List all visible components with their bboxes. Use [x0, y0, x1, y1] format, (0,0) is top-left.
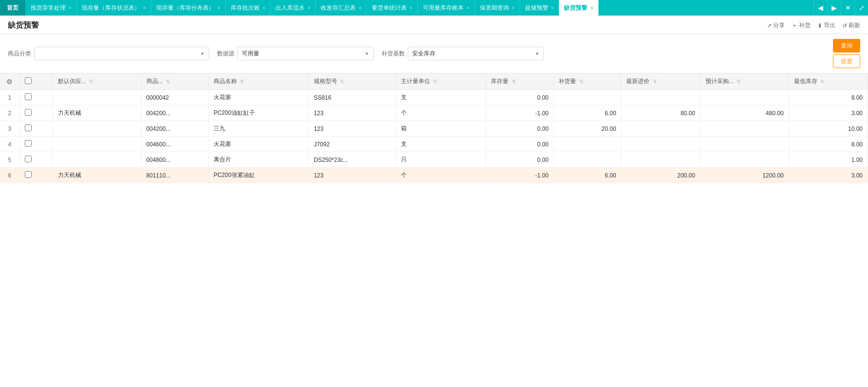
- refresh-icon: ↺: [842, 22, 847, 29]
- tab-close-overstock[interactable]: ×: [551, 5, 554, 11]
- name-sort-icon: ⇅: [240, 79, 244, 84]
- cell-est-purchase: [700, 137, 789, 152]
- replenish-action[interactable]: ＋ 补货: [792, 21, 811, 30]
- row-checkbox-input[interactable]: [25, 109, 32, 116]
- row-checkbox-input[interactable]: [25, 156, 32, 162]
- replenish-base-select[interactable]: 安全库存 ▼: [408, 47, 544, 60]
- nav-next-arrow[interactable]: ▶: [827, 0, 841, 16]
- datasource-select[interactable]: 可用量 ▼: [237, 47, 374, 60]
- export-icon: ⬇: [817, 22, 822, 29]
- cell-latest-price: 80.00: [621, 106, 700, 121]
- row-index: 2: [0, 106, 19, 121]
- row-checkbox[interactable]: [19, 168, 53, 183]
- tab-flow[interactable]: 出入库流水×: [271, 0, 316, 16]
- cell-supplier: [53, 152, 141, 168]
- top-navigation: 首页拣货异常处理×现存量（库存状况表）×现存量（库存分布表）×库存批次账×出入库…: [0, 0, 868, 16]
- col-checkbox[interactable]: [19, 73, 53, 90]
- col-latest-price[interactable]: 最新进价 ⇅: [621, 73, 700, 90]
- tab-shortage[interactable]: 缺货预警×: [559, 0, 598, 16]
- cell-latest-price: [621, 152, 700, 168]
- cell-code: 0000042: [141, 90, 208, 106]
- row-checkbox[interactable]: [19, 137, 53, 152]
- settings-gear-icon[interactable]: ⚙: [6, 78, 13, 86]
- col-code[interactable]: 商品... ⇅: [141, 73, 208, 90]
- row-index: 4: [0, 137, 19, 152]
- tab-close-stale[interactable]: ×: [69, 5, 72, 11]
- share-action[interactable]: ↗ 分享: [767, 21, 785, 30]
- select-all-checkbox[interactable]: [25, 77, 32, 84]
- col-min-stock[interactable]: 最低库存 ⇅: [789, 73, 868, 90]
- col-name[interactable]: 商品名称 ⇅: [208, 73, 308, 90]
- table-row: 10000042火花塞SS816支0.008.00: [0, 90, 868, 106]
- cell-latest-price: [621, 90, 700, 106]
- col-spec[interactable]: 规格型号 ⇅: [308, 73, 396, 90]
- cell-min-stock: 3.00: [789, 106, 868, 121]
- tab-recv[interactable]: 收发存汇总表×: [316, 0, 367, 16]
- cell-name: PC200张紧油缸: [208, 168, 308, 183]
- row-checkbox-input[interactable]: [25, 171, 32, 178]
- cell-replenish: [554, 137, 621, 152]
- cell-replenish: [554, 152, 621, 168]
- settings-button[interactable]: 设置: [833, 54, 860, 68]
- row-checkbox-input[interactable]: [25, 93, 32, 100]
- replenish-sort-icon: ⇅: [579, 79, 583, 84]
- cell-supplier: [53, 90, 141, 106]
- replenish-base-value: 安全库存: [412, 50, 435, 58]
- row-checkbox[interactable]: [19, 90, 53, 106]
- cell-stock: 0.00: [486, 90, 554, 106]
- tab-close-stock-status[interactable]: ×: [143, 5, 146, 11]
- tab-close-flow[interactable]: ×: [307, 5, 310, 11]
- tab-stock-dist[interactable]: 现存量（库存分布表）×: [151, 0, 226, 16]
- nav-expand[interactable]: ⤢: [854, 0, 868, 16]
- col-settings[interactable]: ⚙: [0, 73, 19, 90]
- tab-overstock[interactable]: 超储预警×: [520, 0, 560, 16]
- category-label: 商品分类: [8, 50, 31, 58]
- cell-replenish: 6.00: [554, 106, 621, 121]
- query-button[interactable]: 查询: [833, 39, 860, 53]
- col-unit[interactable]: 主计量单位 ⇅: [396, 73, 486, 90]
- col-supplier[interactable]: 默认供应... ⇅: [53, 73, 141, 90]
- table-row: 6力天机械801110...PC200张紧油缸123个-1.006.00200.…: [0, 168, 868, 183]
- cell-min-stock: 8.00: [789, 90, 868, 106]
- tab-close-recv[interactable]: ×: [359, 5, 362, 11]
- col-stock[interactable]: 库存量 ⇅: [486, 73, 554, 90]
- category-arrow-icon: ▼: [200, 51, 205, 56]
- nav-prev-arrow[interactable]: ◀: [814, 0, 827, 16]
- row-checkbox-input[interactable]: [25, 140, 32, 147]
- tab-close-shortage[interactable]: ×: [590, 5, 593, 11]
- tab-close-stock-dist[interactable]: ×: [217, 5, 220, 11]
- cell-latest-price: [621, 121, 700, 137]
- row-checkbox[interactable]: [19, 121, 53, 137]
- min-stock-sort-icon: ⇅: [820, 79, 824, 84]
- row-checkbox-input[interactable]: [25, 124, 32, 131]
- cell-unit: 个: [396, 106, 486, 121]
- tab-home[interactable]: 首页: [0, 0, 26, 16]
- tab-expiry[interactable]: 保质期查询×: [475, 0, 520, 16]
- tab-stale[interactable]: 拣货异常处理×: [26, 0, 77, 16]
- tab-req-stat[interactable]: 要货单统计表×: [367, 0, 418, 16]
- nav-close-all[interactable]: ✕: [841, 0, 854, 16]
- nav-arrows: ◀ ▶ ✕ ⤢: [814, 0, 868, 16]
- tab-close-avail[interactable]: ×: [467, 5, 470, 11]
- tab-close-req-stat[interactable]: ×: [410, 5, 413, 11]
- col-est-purchase[interactable]: 预计采购... ⇅: [700, 73, 789, 90]
- main-content: 缺货预警 ↗ 分享 ＋ 补货 ⬇ 导出 ↺ 刷新 商品分类: [0, 16, 868, 387]
- row-index: 3: [0, 121, 19, 137]
- datasource-value: 可用量: [242, 50, 259, 58]
- cell-unit: 个: [396, 168, 486, 183]
- col-replenish[interactable]: 补货量 ⇅: [554, 73, 621, 90]
- refresh-action[interactable]: ↺ 刷新: [842, 21, 860, 30]
- export-action[interactable]: ⬇ 导出: [817, 21, 835, 30]
- category-filter-group: 商品分类 ▼: [8, 47, 209, 60]
- share-icon: ↗: [767, 22, 772, 29]
- tab-close-batch[interactable]: ×: [263, 5, 266, 11]
- tab-stock-status[interactable]: 现存量（库存状况表）×: [77, 0, 151, 16]
- row-checkbox[interactable]: [19, 106, 53, 121]
- row-checkbox[interactable]: [19, 152, 53, 168]
- category-select[interactable]: ▼: [34, 47, 209, 60]
- tab-avail[interactable]: 可用量库存账本×: [418, 0, 475, 16]
- tab-close-expiry[interactable]: ×: [512, 5, 515, 11]
- cell-name: 离合片: [208, 152, 308, 168]
- datasource-label: 数据源: [217, 50, 235, 58]
- tab-batch[interactable]: 库存批次账×: [226, 0, 271, 16]
